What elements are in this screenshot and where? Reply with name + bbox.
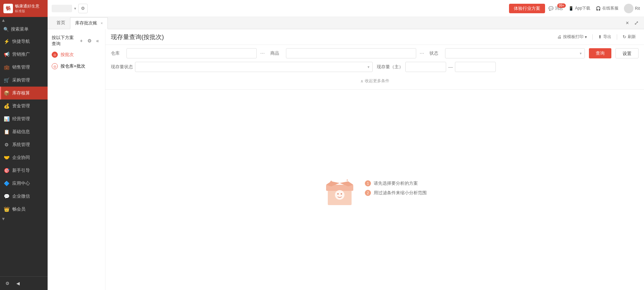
stock-amount-dash: — [448,64,453,70]
collapse-row: ∧ 收起更多条件 [111,75,639,86]
stock-status-select[interactable]: ▾ [135,62,373,72]
status-filter-label: 状态 [429,50,443,56]
sidebar: 畅 畅康通好生意 标准版 ▲ 🔍 搜索菜单 ⚡ 快捷导航 📢 营销推广 💼 销售… [0,0,48,290]
stock-amount-max[interactable] [455,62,496,72]
sidebar-item-member[interactable]: 👑 畅会员 [0,203,48,216]
query-btn[interactable]: 查询 [589,48,611,58]
sidebar-item-wechat[interactable]: 💬 企业微信 [0,190,48,203]
sidebar-item-label: 采购管理 [12,77,30,83]
customer-service-btn[interactable]: 🎧 在线客服 [596,5,618,11]
sidebar-item-label: 系统管理 [12,142,30,148]
empty-svg: ✦ ✦ [323,173,357,207]
tab-inventory-batch[interactable]: 库存批次账 × [70,17,108,29]
empty-state: ✦ ✦ 1 请先选择要分析的方案 2 用过滤条件来缩小分析范围 [105,90,644,290]
user-area[interactable]: Rit [624,4,640,13]
sidebar-item-basic[interactable]: 📋 基础信息 [0,125,48,138]
stock-status-label: 现存量状态 [111,64,133,70]
sidebar-item-label: 企业微信 [12,193,30,199]
export-label: 导出 [603,34,611,40]
svg-text:✦: ✦ [329,179,333,184]
hint-num-2: 2 [365,190,371,196]
messages-btn[interactable]: 💬 消息 99+ [548,5,563,11]
tabbar: 首页 库存批次账 × × ⤢ [48,17,644,29]
topbar-gear-btn[interactable]: ⚙ [78,4,88,13]
sidebar-item-label: 企业协同 [12,155,30,161]
settings-icon: ⚙ [5,281,10,286]
page-close-btn[interactable]: × [624,19,631,27]
sidebar-item-label: 基础信息 [12,129,30,135]
page-header-actions: 🖨 按模板打印 ▾ ⬆ 导出 ↻ 刷新 [555,33,639,41]
operations-icon: 📊 [3,116,10,122]
page-expand-btn[interactable]: ⤢ [632,19,640,27]
sidebar-item-app-center[interactable]: 🔷 应用中心 [0,177,48,190]
sidebar-item-newbie[interactable]: 🎯 新手引导 [0,164,48,177]
hint-text-2: 用过滤条件来缩小分析范围 [374,190,427,196]
app-title-area: 畅康通好生意 标准版 [15,3,39,14]
collapse-btn[interactable]: ∧ 收起更多条件 [358,77,392,85]
sidebar-search[interactable]: 🔍 搜索菜单 [0,23,48,35]
add-scheme-btn[interactable]: + [78,37,85,44]
topbar: ▾ ⚙ 体验行业方案 💬 消息 99+ 📱 App下载 🎧 在线客服 Rit [48,0,644,17]
tab-close-btn[interactable]: × [101,21,103,25]
stock-amount-min[interactable] [405,62,446,72]
hint-text-1: 请先选择要分析的方案 [374,180,418,186]
app-download-btn[interactable]: 📱 App下载 [569,5,590,11]
refresh-btn[interactable]: ↻ 刷新 [620,33,639,41]
scroll-down-btn[interactable]: ▼ [0,216,7,222]
panel-collapse-btn[interactable]: « [94,37,101,44]
sidebar-item-inventory[interactable]: 📦 库存核算 [0,87,48,99]
tab-home[interactable]: 首页 [52,17,70,29]
breadcrumb-dropdown[interactable]: ▾ [74,6,76,11]
warehouse-dots[interactable]: ··· [259,50,266,56]
scheme-settings-btn[interactable]: ⚙ [86,37,93,44]
print-icon: 🖨 [557,34,562,39]
print-label: 按模板打印 [563,34,583,40]
enterprise-icon: 🤝 [3,155,10,161]
sidebar-item-marketing[interactable]: 📢 营销推广 [0,48,48,61]
stock-amount-label: 现存量（主） [377,64,403,70]
breadcrumb-area: ▾ ⚙ [52,4,506,13]
product-input[interactable] [286,48,416,58]
app-title: 畅康通好生意 [15,3,39,9]
stock-status-group: 现存量状态 ▾ [111,62,373,72]
gear-icon: ⚙ [81,6,85,11]
sidebar-item-label: 新手引导 [12,167,30,174]
filter-bar: 仓库 ··· 商品 ··· 状态 ▾ [105,45,644,90]
product-filter-group: 商品 ··· [270,48,426,58]
content-area: 按以下方案查询 + ⚙ « ⊙ 按批次 ◎ 按仓库+批次 [48,29,644,290]
status-filter-group: 状态 ▾ [429,48,585,58]
refresh-icon: ↻ [623,34,626,39]
sidebar-settings-btn[interactable]: ⚙ [3,279,12,287]
sidebar-collapse-btn[interactable]: ◀ [14,279,22,287]
left-panel-header: 按以下方案查询 + ⚙ « [48,33,105,49]
print-dropdown-icon: ▾ [585,35,587,39]
warehouse-input[interactable] [126,48,257,58]
sidebar-item-enterprise[interactable]: 🤝 企业协同 [0,151,48,164]
demo-btn[interactable]: 体验行业方案 [509,4,545,13]
filter-item-by-warehouse-batch[interactable]: ◎ 按仓库+批次 [48,60,105,72]
filter-item-by-batch[interactable]: ⊙ 按批次 [48,49,105,60]
status-select[interactable]: ▾ [445,48,585,58]
scroll-up-btn[interactable]: ▲ [0,17,7,23]
empty-illustration: ✦ ✦ [323,173,357,207]
sidebar-item-system[interactable]: ⚙ 系统管理 [0,138,48,151]
left-panel: 按以下方案查询 + ⚙ « ⊙ 按批次 ◎ 按仓库+批次 [48,29,105,290]
print-btn[interactable]: 🖨 按模板打印 ▾ [555,33,590,41]
tab-active-label: 库存批次账 [75,20,97,26]
sidebar-scroll: ▲ 🔍 搜索菜单 ⚡ 快捷导航 📢 营销推广 💼 销售管理 🛒 采购管理 📦 库… [0,17,48,276]
sidebar-item-quick-nav[interactable]: ⚡ 快捷导航 [0,35,48,48]
member-icon: 👑 [3,206,10,212]
export-btn[interactable]: ⬆ 导出 [595,33,614,41]
settings-btn[interactable]: 设置 [615,48,639,58]
search-label: 搜索菜单 [11,26,29,32]
sidebar-item-finance[interactable]: 💰 资金管理 [0,99,48,112]
sidebar-item-purchase[interactable]: 🛒 采购管理 [0,74,48,87]
username: Rit [635,6,640,11]
sidebar-item-sales[interactable]: 💼 销售管理 [0,61,48,74]
product-dots[interactable]: ··· [418,50,425,56]
sidebar-item-operations[interactable]: 📊 经营管理 [0,112,48,125]
batch-icon: ⊙ [52,52,58,58]
sales-icon: 💼 [3,64,10,70]
main-area: ▾ ⚙ 体验行业方案 💬 消息 99+ 📱 App下载 🎧 在线客服 Rit [48,0,644,290]
svg-text:✦: ✦ [346,178,349,182]
